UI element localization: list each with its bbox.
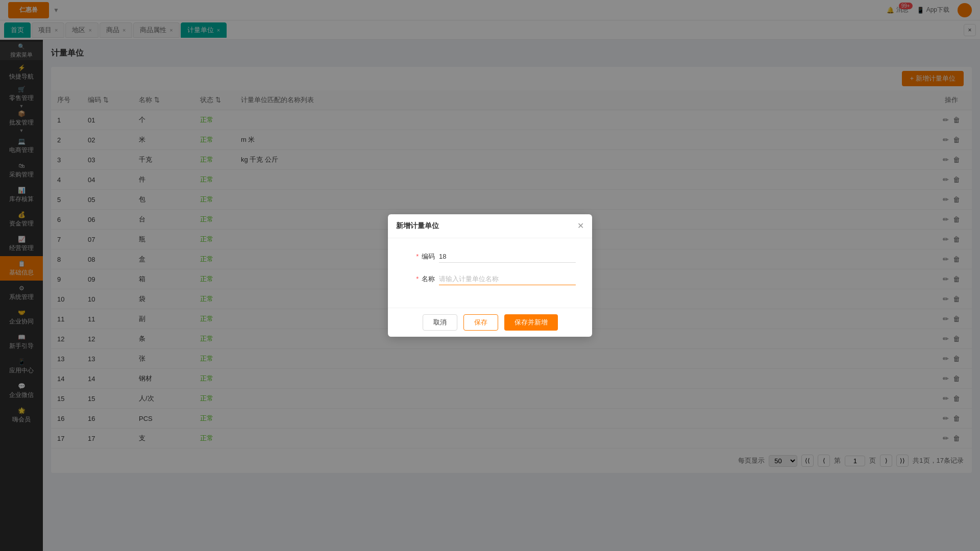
cancel-button[interactable]: 取消 <box>423 314 457 331</box>
code-input[interactable] <box>439 251 576 263</box>
modal-overlay: 新增计量单位 ✕ * 编码 * 名称 取消 保存 保存并新增 <box>0 0 980 551</box>
modal-title: 新增计量单位 <box>396 221 439 231</box>
save-new-button[interactable]: 保存并新增 <box>504 314 558 331</box>
add-unit-modal: 新增计量单位 ✕ * 编码 * 名称 取消 保存 保存并新增 <box>388 214 592 337</box>
name-required-star: * <box>416 275 419 283</box>
name-input[interactable] <box>439 273 576 285</box>
name-label: * 名称 <box>404 274 435 284</box>
modal-header: 新增计量单位 ✕ <box>388 214 592 238</box>
code-required-star: * <box>416 253 419 260</box>
save-button[interactable]: 保存 <box>463 314 498 331</box>
code-label: * 编码 <box>404 252 435 261</box>
modal-body: * 编码 * 名称 <box>388 238 592 308</box>
form-row-code: * 编码 <box>404 251 576 263</box>
form-row-name: * 名称 <box>404 273 576 285</box>
modal-close-btn[interactable]: ✕ <box>577 222 584 230</box>
modal-footer: 取消 保存 保存并新增 <box>388 308 592 337</box>
